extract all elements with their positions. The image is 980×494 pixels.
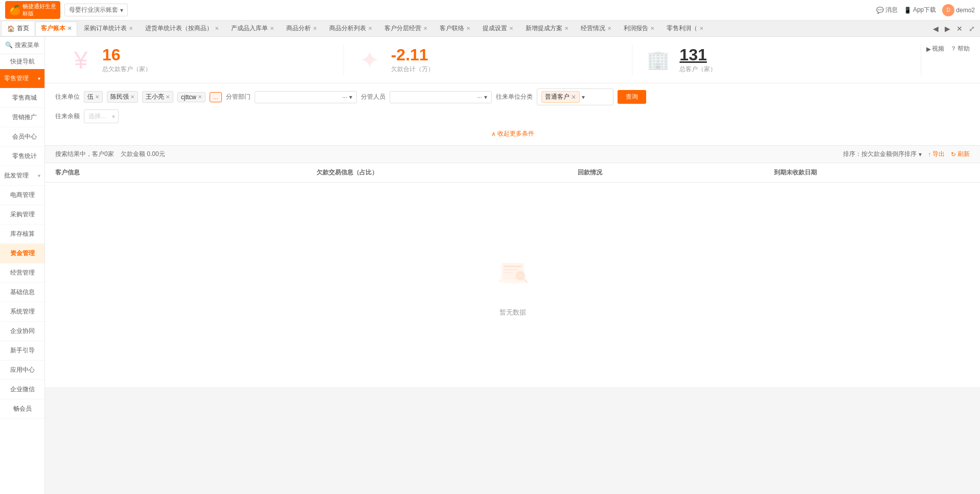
col-customer-info: 客户信息 <box>55 168 316 177</box>
sidebar-item-capital[interactable]: 资金管理 <box>0 244 44 263</box>
filter-more-tags[interactable]: ... <box>210 92 222 102</box>
chevron-down-manager: ▾ <box>484 94 487 101</box>
stats-banner: ¥ 16 总欠款客户（家） ✦ -2.11 欠款合计（万） 🏢 131 总客户（… <box>45 37 980 83</box>
stat-num-debt: -2.11 <box>391 47 434 63</box>
sidebar-item-purchase[interactable]: 采购管理 <box>0 205 44 224</box>
sort-selector[interactable]: 排序：按欠款金额倒序排序 ▾ <box>843 150 922 159</box>
stat-label-total: 总客户（家） <box>679 65 716 74</box>
sidebar-item-inventory[interactable]: 库存核算 <box>0 224 44 244</box>
sidebar-item-enterprise-wechat[interactable]: 企业微信 <box>0 380 44 399</box>
tab-close-purchase-orders[interactable]: ✕ <box>129 26 133 31</box>
app-download-btn[interactable]: 📱 App下载 <box>904 6 936 14</box>
tab-close-retail-profit[interactable]: ✕ <box>699 26 703 31</box>
store-selector[interactable]: 母婴行业演示账套 ▾ <box>64 4 128 16</box>
message-icon: 💬 <box>876 7 884 14</box>
tab-close-product-analysis-list[interactable]: ✕ <box>368 26 372 31</box>
video-btn[interactable]: ▶ 视频 <box>926 44 944 53</box>
sidebar-item-wholesale[interactable]: 批发管理 ▾ <box>0 166 44 186</box>
sidebar-item-operations-mgmt[interactable]: 经营管理 <box>0 263 44 283</box>
tab-close-incoming-stats[interactable]: ✕ <box>215 26 219 31</box>
chevron-down-icon: ▾ <box>120 7 123 14</box>
svg-rect-4 <box>504 272 514 274</box>
phone-icon: 📱 <box>904 7 911 14</box>
tab-new-promotion[interactable]: 新增提成方案 ✕ <box>520 21 574 36</box>
filter-tag-1: 伍 ✕ <box>84 91 103 103</box>
tab-product-analysis[interactable]: 商品分析 ✕ <box>281 21 323 36</box>
manager-label: 分管人员 <box>361 93 385 101</box>
tab-profit-report[interactable]: 利润报告 ✕ <box>618 21 660 36</box>
collapse-button[interactable]: ∧ 收起更多条件 <box>55 127 970 140</box>
tab-close-promotion-settings[interactable]: ✕ <box>509 26 513 31</box>
tab-promotion-settings[interactable]: 提成设置 ✕ <box>477 21 519 36</box>
help-btn[interactable]: ？ 帮助 <box>950 44 970 53</box>
tab-nav-close[interactable]: ✕ <box>953 25 966 33</box>
remove-tag-1[interactable]: ✕ <box>95 94 99 100</box>
remove-tag-4[interactable]: ✕ <box>198 94 202 100</box>
user-profile-btn[interactable]: D demo2 <box>942 4 975 16</box>
tab-purchase-orders[interactable]: 采购订单统计表 ✕ <box>78 21 139 36</box>
tab-close-customer-tier[interactable]: ✕ <box>423 26 427 31</box>
tab-customer-tier[interactable]: 客户分层经营 ✕ <box>379 21 433 36</box>
remove-unit-type[interactable]: ✕ <box>571 94 576 101</box>
sidebar-item-system[interactable]: 系统管理 <box>0 302 44 322</box>
tab-close-customer-contact[interactable]: ✕ <box>466 26 470 31</box>
tab-customers[interactable]: 客户账本 ✕ <box>35 21 77 36</box>
tab-close-production-in[interactable]: ✕ <box>270 26 274 31</box>
sidebar-item-basic-info[interactable]: 基础信息 <box>0 283 44 302</box>
chevron-up-icon: ∧ <box>491 130 496 138</box>
sidebar-item-marketing[interactable]: 营销推广 <box>0 108 44 127</box>
tab-nav-expand[interactable]: ⤢ <box>966 25 978 33</box>
sidebar-item-newbie[interactable]: 新手引导 <box>0 341 44 361</box>
sidebar-item-retail-mall[interactable]: 零售商城 <box>0 88 44 108</box>
table-body: 暂无数据 <box>45 183 980 387</box>
store-name: 母婴行业演示账套 <box>69 6 118 14</box>
stat-num-total: 131 <box>679 47 716 63</box>
chevron-down-dept: ▾ <box>349 94 352 101</box>
stats-actions: ▶ 视频 ？ 帮助 <box>921 44 970 75</box>
refresh-btn[interactable]: ↻ 刷新 <box>951 150 970 159</box>
tab-production-in[interactable]: 产成品入库单 ✕ <box>225 21 280 36</box>
tab-nav-prev[interactable]: ◀ <box>930 25 942 33</box>
remain-select[interactable]: 选择... ▾ <box>84 109 119 123</box>
manager-more-icon: ··· <box>477 94 482 101</box>
sidebar-item-retail[interactable]: 零售管理 ▾ <box>0 69 44 88</box>
query-button[interactable]: 查询 <box>618 90 646 104</box>
col-repayment: 回款情况 <box>578 168 773 177</box>
sidebar-item-retail-stats[interactable]: 零售统计 <box>0 147 44 166</box>
tab-nav-next[interactable]: ▶ <box>942 25 953 33</box>
tab-close-new-promotion[interactable]: ✕ <box>564 26 568 31</box>
filter-area: 往来单位 伍 ✕ 陈民强 ✕ 王小亮 ✕ cjttcw ✕ <box>45 83 980 146</box>
result-bar-right: 排序：按欠款金额倒序排序 ▾ ↑ 导出 ↻ 刷新 <box>843 150 970 159</box>
tab-customer-contact[interactable]: 客户联络 ✕ <box>434 21 476 36</box>
unit-type-select[interactable]: 普通客户 ✕ ▾ <box>537 88 613 105</box>
tab-close-product-analysis[interactable]: ✕ <box>313 26 317 31</box>
tab-operations[interactable]: 经营情况 ✕ <box>575 21 617 36</box>
tab-close-operations[interactable]: ✕ <box>607 26 611 31</box>
tab-product-analysis-list[interactable]: 商品分析列表 ✕ <box>324 21 378 36</box>
tab-retail-profit[interactable]: 零售利润（ ✕ <box>661 21 709 36</box>
svg-rect-2 <box>504 265 522 267</box>
remove-tag-2[interactable]: ✕ <box>130 94 134 100</box>
dept-more-icon: ··· <box>342 94 347 101</box>
sidebar-quick-nav[interactable]: 快捷导航 <box>0 54 44 69</box>
top-bar: 🍊 畅捷通好生意 标版 母婴行业演示账套 ▾ 💬 消息 📱 App下载 D de… <box>0 0 980 20</box>
tab-close-customers[interactable]: ✕ <box>67 26 72 31</box>
total-icon: 🏢 <box>643 44 673 75</box>
sidebar-item-changhui[interactable]: 畅会员 <box>0 399 44 419</box>
remove-tag-3[interactable]: ✕ <box>166 94 170 100</box>
sidebar-item-member[interactable]: 会员中心 <box>0 127 44 147</box>
sidebar-item-ecommerce[interactable]: 电商管理 <box>0 186 44 205</box>
chevron-icon: ▾ <box>38 76 40 81</box>
sidebar-item-enterprise[interactable]: 企业协同 <box>0 322 44 341</box>
export-btn[interactable]: ↑ 导出 <box>928 150 945 159</box>
tab-home[interactable]: 🏠 首页 <box>2 21 34 36</box>
logo-main-text: 畅捷通好生意 <box>22 3 56 10</box>
dept-select[interactable]: ··· ▾ <box>255 91 357 103</box>
sidebar-item-app-center[interactable]: 应用中心 <box>0 361 44 380</box>
tab-incoming-stats[interactable]: 进货单统计表（按商品） ✕ <box>140 21 224 36</box>
message-btn[interactable]: 💬 消息 <box>876 6 898 14</box>
sidebar-search[interactable]: 🔍 搜索菜单 <box>0 37 44 54</box>
manager-select[interactable]: ··· ▾ <box>390 91 492 103</box>
svg-rect-3 <box>504 269 518 271</box>
tab-close-profit-report[interactable]: ✕ <box>650 26 654 31</box>
